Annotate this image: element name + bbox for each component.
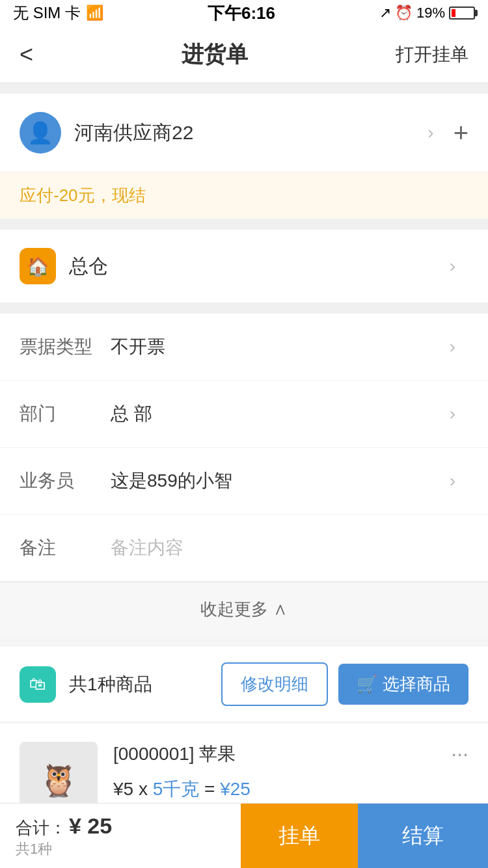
product-id: [0000001] bbox=[113, 744, 199, 764]
back-button[interactable]: < bbox=[20, 41, 33, 68]
bottom-total: 合计： ¥ 25 共1种 bbox=[0, 804, 241, 868]
department-row[interactable]: 部门 总 部 › bbox=[0, 381, 488, 448]
salesperson-row[interactable]: 业务员 这是859的小智 › bbox=[0, 448, 488, 515]
status-left: 无 SIM 卡 📶 bbox=[13, 3, 103, 23]
invoice-type-row[interactable]: 票据类型 不开票 › bbox=[0, 314, 488, 381]
select-product-label: 选择商品 bbox=[383, 673, 450, 696]
price-base: ¥5 x bbox=[113, 779, 153, 799]
status-time: 下午6:16 bbox=[208, 2, 275, 25]
total-label: 合计： bbox=[16, 817, 66, 839]
remarks-label: 备注 bbox=[20, 536, 111, 560]
battery-fill bbox=[452, 9, 455, 17]
total-amount: ¥ 25 bbox=[69, 813, 112, 839]
form-section: 票据类型 不开票 › 部门 总 部 › 业务员 这是859的小智 › 备注 备注… bbox=[0, 314, 488, 582]
select-product-icon: 🛒 bbox=[357, 674, 377, 694]
location-icon: ↗ bbox=[379, 5, 391, 21]
product-menu-icon[interactable]: ··· bbox=[451, 742, 468, 766]
hang-button[interactable]: 挂单 bbox=[241, 804, 358, 868]
warehouse-icon: 🏠 bbox=[20, 248, 56, 284]
warehouse-icon-symbol: 🏠 bbox=[27, 256, 49, 277]
notice-bar: 应付-20元，现结 bbox=[0, 172, 488, 219]
product-count-text: 共1种商品 bbox=[69, 672, 221, 697]
carrier-label: 无 SIM 卡 bbox=[13, 3, 81, 23]
chevron-right-icon: › bbox=[427, 122, 433, 143]
price-qty: 5千克 bbox=[153, 779, 200, 799]
price-equals: = bbox=[204, 779, 220, 799]
notice-text: 应付-20元，现结 bbox=[20, 185, 146, 205]
price-total: ¥25 bbox=[220, 779, 251, 799]
chevron-right-warehouse-icon: › bbox=[450, 256, 455, 277]
status-bar: 无 SIM 卡 📶 下午6:16 ↗ ⏰ 19% bbox=[0, 0, 488, 26]
battery-label: 19% bbox=[416, 5, 445, 21]
edit-details-button[interactable]: 修改明细 bbox=[221, 662, 328, 706]
wifi-icon: 📶 bbox=[86, 5, 103, 21]
owl-icon: 🦉 bbox=[39, 763, 78, 799]
salesperson-label: 业务员 bbox=[20, 468, 111, 493]
supplier-avatar: 👤 bbox=[20, 112, 61, 154]
bag-icon: 🛍 bbox=[29, 674, 46, 694]
remarks-row[interactable]: 备注 备注内容 bbox=[0, 515, 488, 582]
chevron-right-sales-icon: › bbox=[450, 470, 455, 491]
invoice-type-label: 票据类型 bbox=[20, 334, 111, 359]
product-price: ¥5 x 5千克 = ¥25 bbox=[113, 777, 451, 802]
avatar-icon: 👤 bbox=[27, 120, 53, 145]
divider-2 bbox=[0, 219, 488, 230]
page-title: 进货单 bbox=[182, 40, 248, 70]
bottom-bar: 合计： ¥ 25 共1种 挂单 结算 bbox=[0, 803, 488, 868]
divider-3 bbox=[0, 303, 488, 314]
warehouse-row[interactable]: 🏠 总仓 › bbox=[0, 230, 488, 303]
product-title: 苹果 bbox=[199, 744, 236, 764]
salesperson-value: 这是859的小智 bbox=[111, 468, 450, 493]
battery-icon bbox=[449, 7, 475, 20]
collapse-toggle[interactable]: 收起更多 ∧ bbox=[0, 582, 488, 636]
product-info: [0000001] 苹果 ¥5 x 5千克 = ¥25 bbox=[113, 742, 451, 802]
supplier-name: 河南供应商22 bbox=[74, 120, 427, 146]
alarm-icon: ⏰ bbox=[395, 5, 413, 21]
select-product-button[interactable]: 🛒 选择商品 bbox=[338, 664, 468, 705]
product-count-icon: 🛍 bbox=[20, 666, 56, 703]
divider-1 bbox=[0, 83, 488, 94]
warehouse-name: 总仓 bbox=[69, 253, 450, 280]
invoice-type-value: 不开票 bbox=[111, 334, 450, 359]
chevron-right-dept-icon: › bbox=[450, 403, 455, 424]
status-right: ↗ ⏰ 19% bbox=[379, 5, 475, 21]
total-sub: 共1种 bbox=[16, 839, 225, 859]
add-supplier-icon[interactable]: + bbox=[454, 118, 468, 148]
products-header: 🛍 共1种商品 修改明细 🛒 选择商品 bbox=[0, 647, 488, 722]
chevron-right-invoice-icon: › bbox=[450, 336, 455, 357]
nav-bar: < 进货单 打开挂单 bbox=[0, 26, 488, 83]
checkout-button[interactable]: 结算 bbox=[358, 804, 488, 868]
open-hang-button[interactable]: 打开挂单 bbox=[396, 42, 468, 67]
collapse-label: 收起更多 ∧ bbox=[200, 598, 287, 621]
remarks-value[interactable]: 备注内容 bbox=[111, 536, 468, 560]
department-value: 总 部 bbox=[111, 401, 450, 426]
product-name: [0000001] 苹果 bbox=[113, 742, 451, 766]
department-label: 部门 bbox=[20, 401, 111, 426]
supplier-row[interactable]: 👤 河南供应商22 › + bbox=[0, 94, 488, 172]
